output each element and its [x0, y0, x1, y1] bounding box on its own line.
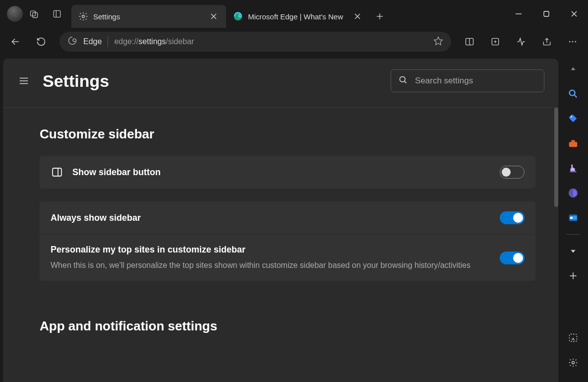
maximize-button[interactable] — [532, 0, 560, 28]
svg-marker-44 — [571, 250, 575, 253]
new-tab-button[interactable] — [370, 5, 390, 28]
svg-rect-0 — [31, 11, 36, 16]
settings-body: Customize sidebar Show sidebar button Al… — [3, 108, 558, 382]
card-group-sidebar-options: Always show sidebar Personalize my top s… — [40, 201, 535, 281]
svg-point-30 — [400, 76, 405, 82]
svg-marker-34 — [571, 67, 575, 70]
toggle-personalize-top-sites[interactable] — [500, 252, 525, 264]
favorite-star-icon[interactable] — [433, 36, 443, 48]
svg-rect-13 — [544, 11, 549, 16]
row-personalize-top-sites: Personalize my top sites in customize si… — [40, 234, 535, 281]
settings-header: Settings — [3, 59, 558, 108]
window-controls — [505, 0, 588, 28]
workspaces-icon[interactable] — [23, 0, 46, 28]
back-button[interactable] — [4, 31, 27, 53]
browser-toolbar: Edge edge://settings/sidebar — [0, 28, 588, 56]
row-description: When this is on, we'll personalize the t… — [51, 260, 491, 271]
browser-sidebar — [558, 56, 588, 382]
edge-swirl-icon — [67, 36, 77, 48]
svg-rect-2 — [54, 10, 60, 17]
address-scheme: Edge — [83, 37, 102, 46]
svg-rect-1 — [33, 13, 38, 18]
svg-point-43 — [570, 216, 573, 219]
row-label: Show sidebar button — [72, 167, 491, 178]
svg-line-31 — [405, 81, 407, 83]
sidebar-m365-icon[interactable] — [563, 183, 584, 203]
sidebar-add-icon[interactable] — [563, 265, 584, 286]
tab-actions-icon[interactable] — [46, 0, 68, 28]
sidebar-search-icon[interactable] — [563, 83, 584, 104]
performance-button[interactable] — [510, 31, 532, 53]
svg-rect-40 — [570, 171, 577, 173]
section-heading-customize-sidebar: Customize sidebar — [40, 127, 549, 142]
row-label: Personalize my top sites in customize si… — [51, 245, 491, 255]
tab-settings[interactable]: Settings — [71, 5, 226, 28]
close-tab-icon[interactable] — [208, 11, 219, 22]
card-group-show-sidebar: Show sidebar button — [40, 156, 535, 189]
profile-avatar[interactable] — [7, 6, 23, 22]
section-heading-app-notification: App and notification settings — [40, 318, 549, 334]
sidebar-collapse-up-icon[interactable] — [563, 59, 584, 79]
sidebar-screenshot-icon[interactable] — [563, 327, 584, 348]
sidebar-outlook-icon[interactable] — [563, 207, 584, 228]
svg-point-48 — [572, 362, 575, 364]
gear-icon — [78, 11, 88, 21]
split-screen-button[interactable] — [458, 31, 481, 53]
sidebar-shopping-icon[interactable] — [563, 108, 584, 129]
row-label: Always show sidebar — [51, 213, 491, 223]
svg-point-25 — [572, 41, 574, 43]
sidebar-expand-down-icon[interactable] — [563, 241, 584, 261]
svg-point-37 — [571, 116, 572, 118]
svg-marker-17 — [434, 37, 443, 45]
svg-rect-32 — [53, 168, 61, 176]
address-url: edge://settings/sidebar — [114, 37, 194, 46]
address-separator — [108, 36, 108, 47]
tab-strip: Settings Microsoft Edge | What's New — [71, 0, 505, 28]
svg-point-4 — [82, 15, 85, 18]
sidebar-games-icon[interactable] — [563, 158, 584, 179]
svg-point-26 — [575, 41, 577, 43]
tab-whats-new[interactable]: Microsoft Edge | What's New — [226, 5, 370, 28]
svg-point-24 — [569, 41, 571, 43]
close-tab-icon[interactable] — [352, 11, 363, 22]
row-always-show-sidebar: Always show sidebar — [40, 201, 535, 234]
menu-hamburger-button[interactable] — [17, 74, 31, 88]
collections-button[interactable] — [484, 31, 507, 53]
row-show-sidebar-button: Show sidebar button — [40, 156, 535, 189]
svg-line-36 — [574, 95, 577, 97]
toggle-always-show-sidebar[interactable] — [500, 211, 525, 224]
more-menu-button[interactable] — [561, 31, 584, 53]
address-bar[interactable]: Edge edge://settings/sidebar — [59, 32, 451, 52]
tab-label: Settings — [93, 12, 120, 21]
toggle-show-sidebar-button[interactable] — [500, 166, 525, 179]
window-titlebar: Settings Microsoft Edge | What's New — [0, 0, 588, 28]
sidebar-settings-gear-icon[interactable] — [563, 352, 584, 373]
minimize-button[interactable] — [505, 0, 532, 28]
refresh-button[interactable] — [30, 31, 53, 53]
close-window-button[interactable] — [560, 0, 588, 28]
svg-point-35 — [570, 90, 575, 96]
tab-label: Microsoft Edge | What's New — [248, 12, 343, 21]
settings-search-input[interactable] — [415, 76, 537, 86]
share-button[interactable] — [535, 31, 558, 53]
sidebar-panel-icon — [51, 166, 63, 179]
scrollbar-thumb[interactable] — [554, 108, 558, 207]
search-icon — [398, 75, 408, 87]
svg-rect-39 — [571, 140, 575, 142]
svg-rect-42 — [572, 216, 577, 219]
settings-page: Settings Customize sidebar Show sidebar — [3, 59, 558, 382]
settings-search[interactable] — [391, 69, 544, 92]
sidebar-tools-icon[interactable] — [563, 133, 584, 154]
edge-icon — [233, 11, 243, 21]
svg-rect-38 — [569, 142, 578, 147]
page-title: Settings — [43, 71, 391, 91]
